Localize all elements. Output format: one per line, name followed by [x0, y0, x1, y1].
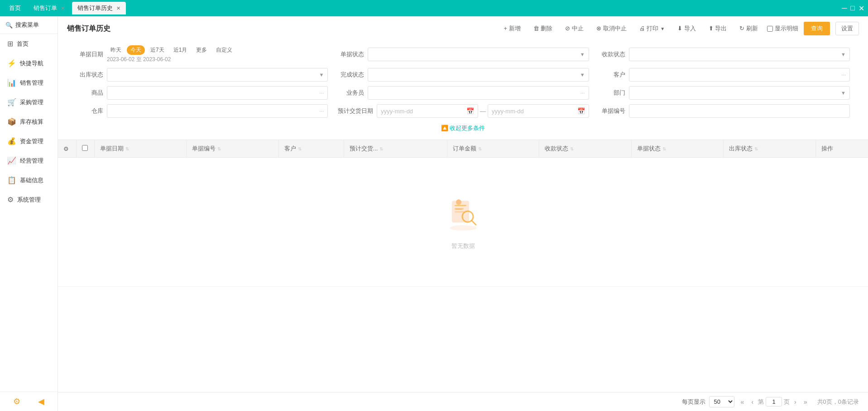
filter-row-2: 出库状态 ▼ 完成状态 ▼: [76, 68, 850, 82]
date-today[interactable]: 今天: [127, 45, 145, 55]
sort-order-no[interactable]: 单据编号 ⇅: [192, 145, 273, 153]
sort-customer[interactable]: 客户 ⇅: [284, 145, 338, 153]
prev-page-button[interactable]: ‹: [748, 397, 756, 406]
minimize-icon[interactable]: ─: [842, 4, 847, 12]
first-page-button[interactable]: «: [738, 397, 747, 406]
sort-expected-delivery[interactable]: 预计交货... ⇅: [350, 145, 441, 153]
sidebar-item-purchase[interactable]: 🛒 采购管理: [0, 92, 58, 112]
col-delivery-status: 出库状态 ⇅: [724, 140, 816, 158]
sidebar-item-sales[interactable]: 📊 销售管理: [0, 73, 58, 92]
settings-button[interactable]: 设置: [835, 22, 859, 35]
goods-select[interactable]: ···: [107, 86, 328, 100]
next-page-button[interactable]: ›: [791, 397, 799, 406]
date-more[interactable]: 更多: [192, 45, 211, 55]
import-button[interactable]: ⬇ 导入: [674, 23, 700, 34]
delivery-status-select[interactable]: ▼: [107, 68, 328, 82]
sort-delivery-status[interactable]: 出库状态 ⇅: [729, 145, 810, 153]
search-icon: 🔍: [5, 22, 13, 29]
sort-payment-status-icon: ⇅: [570, 146, 574, 151]
stop-button[interactable]: ⊘ 中止: [561, 23, 587, 34]
page-title-row: 销售订单历史 + 新增 🗑 删除 ⊘ 中止 ⊗ 取消中止 🖨: [67, 22, 859, 35]
svg-rect-2: [455, 205, 466, 206]
date-quick-select: 昨天 今天 近7天 近1月 更多 自定义: [107, 45, 328, 55]
col-payment-status: 收款状态 ⇅: [539, 140, 632, 158]
filter-order-status: 单据状态 ▼: [337, 48, 589, 61]
date-label: 单据日期: [76, 50, 103, 58]
sidebar-item-home[interactable]: ⊞ 首页: [0, 34, 58, 53]
date-separator: —: [480, 108, 486, 115]
sort-order-amount[interactable]: 订单金额 ⇅: [453, 145, 534, 153]
department-label: 部门: [598, 89, 625, 97]
expected-delivery-label: 预计交货日期: [337, 107, 373, 115]
filter-department: 部门 ▼: [598, 86, 850, 100]
filter-delivery-status: 出库状态 ▼: [76, 68, 328, 82]
expected-delivery-start[interactable]: yyyy-mm-dd 📅: [377, 104, 478, 118]
completion-status-select[interactable]: ▼: [368, 68, 589, 82]
expected-delivery-date-range: yyyy-mm-dd 📅 — yyyy-mm-dd 📅: [377, 104, 589, 118]
cancel-stop-button[interactable]: ⊗ 取消中止: [593, 23, 630, 34]
filter-order-number: 单据编号: [598, 104, 850, 118]
new-button[interactable]: + 新增: [500, 23, 524, 34]
sort-expected-delivery-icon: ⇅: [379, 146, 383, 151]
filter-customer: 客户 ···: [598, 68, 850, 82]
page-header: 销售订单历史 + 新增 🗑 删除 ⊘ 中止 ⊗ 取消中止 🖨: [58, 16, 868, 140]
main-layout: 🔍 搜索菜单 ⊞ 首页 ⚡ 快捷导航 📊 销售管理 🛒 采购管理 📦 库存核算 …: [0, 16, 868, 411]
tab-sales-order[interactable]: 销售订单 ✕: [28, 2, 70, 15]
query-button[interactable]: 查询: [804, 22, 830, 35]
sidebar-item-quick-nav[interactable]: ⚡ 快捷导航: [0, 53, 58, 73]
refresh-button[interactable]: ↻ 刷新: [736, 23, 762, 34]
svg-point-7: [456, 199, 461, 205]
table-settings-icon[interactable]: ⚙: [63, 145, 69, 152]
sidebar-item-system[interactable]: ⚙ 系统管理: [0, 190, 58, 209]
payment-status-select[interactable]: ▼: [629, 48, 850, 61]
sort-delivery-status-icon: ⇅: [754, 146, 758, 151]
export-button[interactable]: ⬆ 导出: [705, 23, 731, 34]
empty-state-row: 暂无数据: [58, 158, 868, 287]
sidebar-item-inventory[interactable]: 📦 库存核算: [0, 112, 58, 131]
sidebar-item-operations[interactable]: 📈 经营管理: [0, 151, 58, 170]
page-size-select[interactable]: 50 10 20 100: [709, 396, 734, 407]
filter-completion-status: 完成状态 ▼: [337, 68, 589, 82]
print-button[interactable]: 🖨 打印 ▼: [636, 23, 669, 34]
maximize-icon[interactable]: □: [850, 4, 855, 12]
sort-order-status[interactable]: 单据状态 ⇅: [637, 145, 718, 153]
warehouse-select[interactable]: ···: [107, 104, 328, 118]
collapse-filters[interactable]: 🔼 收起更多条件: [76, 122, 850, 134]
customer-label: 客户: [598, 71, 625, 79]
date-last7[interactable]: 近7天: [147, 45, 168, 55]
page-number-input[interactable]: [766, 397, 782, 406]
sidebar-search[interactable]: 🔍 搜索菜单: [0, 16, 58, 34]
select-all-checkbox[interactable]: [82, 145, 88, 151]
salesperson-label: 业务员: [337, 89, 364, 97]
completion-status-arrow-icon: ▼: [580, 72, 585, 77]
calendar-start-icon: 📅: [466, 107, 474, 115]
salesperson-select[interactable]: ···: [368, 86, 589, 100]
show-detail-checkbox[interactable]: [767, 26, 773, 32]
settings-bottom-icon[interactable]: ⚙: [13, 396, 20, 406]
sort-payment-status[interactable]: 收款状态 ⇅: [545, 145, 626, 153]
sales-icon: 📊: [7, 78, 16, 87]
basic-info-icon: 📋: [7, 176, 16, 184]
delete-button[interactable]: 🗑 删除: [530, 23, 556, 34]
close-sales-order-history-tab[interactable]: ✕: [116, 5, 120, 11]
sidebar-item-basic-info[interactable]: 📋 基础信息: [0, 170, 58, 190]
date-last1month[interactable]: 近1月: [170, 45, 191, 55]
show-detail-checkbox-label[interactable]: 显示明细: [767, 24, 798, 33]
tab-home[interactable]: 首页: [4, 2, 26, 15]
close-sales-order-tab[interactable]: ✕: [61, 5, 65, 11]
warehouse-label: 仓库: [76, 107, 103, 115]
order-number-input[interactable]: [629, 104, 850, 118]
date-yesterday[interactable]: 昨天: [107, 45, 125, 55]
sort-order-date[interactable]: 单据日期 ⇅: [100, 145, 181, 153]
sidebar-item-finance[interactable]: 💰 资金管理: [0, 131, 58, 151]
collapse-sidebar-icon[interactable]: ◀: [38, 396, 44, 406]
last-page-button[interactable]: »: [801, 397, 810, 406]
date-custom[interactable]: 自定义: [212, 45, 236, 55]
customer-select[interactable]: ···: [629, 68, 850, 82]
close-window-icon[interactable]: ✕: [858, 4, 864, 13]
tab-sales-order-history[interactable]: 销售订单历史 ✕: [72, 2, 126, 15]
department-select[interactable]: ▼: [629, 86, 850, 100]
order-status-select[interactable]: ▼: [368, 48, 589, 61]
expected-delivery-end[interactable]: yyyy-mm-dd 📅: [488, 104, 589, 118]
col-checkbox: [76, 140, 94, 158]
